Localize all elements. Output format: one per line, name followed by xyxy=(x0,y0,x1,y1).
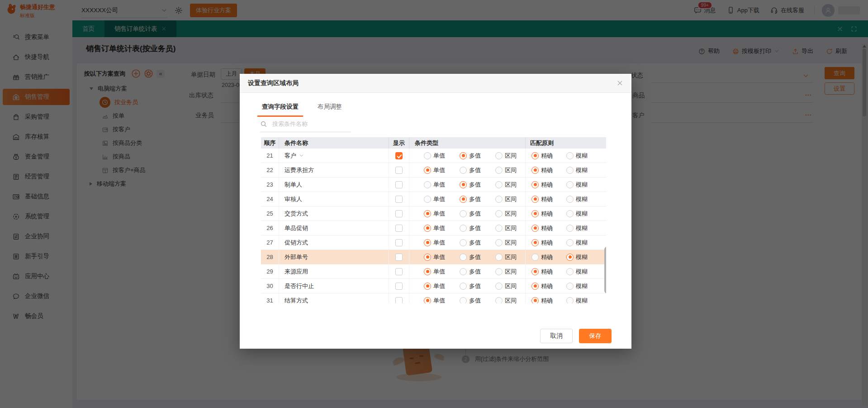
radio-icon[interactable] xyxy=(531,210,539,217)
radio-option-25-精确[interactable]: 精确 xyxy=(531,210,553,218)
radio-option-26-模糊[interactable]: 模糊 xyxy=(566,224,588,232)
radio-option-28-多值[interactable]: 多值 xyxy=(460,253,481,261)
radio-option-24-模糊[interactable]: 模糊 xyxy=(566,195,588,203)
radio-option-23-模糊[interactable]: 模糊 xyxy=(566,181,588,189)
radio-icon[interactable] xyxy=(495,239,503,246)
radio-option-27-单值[interactable]: 单值 xyxy=(424,239,445,247)
show-checkbox[interactable] xyxy=(395,152,403,159)
radio-option-30-精确[interactable]: 精确 xyxy=(531,282,553,290)
show-checkbox[interactable] xyxy=(395,297,403,304)
radio-icon[interactable] xyxy=(424,167,431,174)
radio-option-29-精确[interactable]: 精确 xyxy=(531,268,553,276)
radio-icon[interactable] xyxy=(566,167,574,174)
radio-option-21-模糊[interactable]: 模糊 xyxy=(566,152,588,160)
radio-icon[interactable] xyxy=(495,210,503,217)
radio-icon[interactable] xyxy=(495,167,503,174)
radio-option-31-单值[interactable]: 单值 xyxy=(424,297,445,304)
radio-option-29-模糊[interactable]: 模糊 xyxy=(566,268,588,276)
radio-option-29-多值[interactable]: 多值 xyxy=(460,268,481,276)
radio-icon[interactable] xyxy=(531,283,539,290)
radio-icon[interactable] xyxy=(460,167,467,174)
radio-icon[interactable] xyxy=(460,181,467,188)
radio-option-25-模糊[interactable]: 模糊 xyxy=(566,210,588,218)
cancel-button[interactable]: 取消 xyxy=(540,329,573,343)
radio-option-23-多值[interactable]: 多值 xyxy=(460,181,481,189)
radio-option-25-多值[interactable]: 多值 xyxy=(460,210,481,218)
radio-option-22-精确[interactable]: 精确 xyxy=(531,166,553,174)
show-checkbox[interactable] xyxy=(395,239,403,246)
radio-option-24-精确[interactable]: 精确 xyxy=(531,195,553,203)
radio-icon[interactable] xyxy=(566,297,574,304)
radio-option-27-模糊[interactable]: 模糊 xyxy=(566,239,588,247)
radio-option-26-多值[interactable]: 多值 xyxy=(460,224,481,232)
radio-option-23-区间[interactable]: 区间 xyxy=(495,181,517,189)
radio-option-25-区间[interactable]: 区间 xyxy=(495,210,517,218)
radio-option-28-模糊[interactable]: 模糊 xyxy=(566,253,588,261)
modal-tab-布局调整[interactable]: 布局调整 xyxy=(313,100,346,117)
radio-option-25-单值[interactable]: 单值 xyxy=(424,210,445,218)
radio-icon[interactable] xyxy=(531,297,539,304)
radio-icon[interactable] xyxy=(531,152,539,159)
radio-option-31-多值[interactable]: 多值 xyxy=(460,297,481,304)
radio-option-21-区间[interactable]: 区间 xyxy=(495,152,517,160)
radio-option-22-区间[interactable]: 区间 xyxy=(495,166,517,174)
radio-icon[interactable] xyxy=(460,196,467,203)
radio-icon[interactable] xyxy=(495,152,503,159)
radio-icon[interactable] xyxy=(424,196,431,203)
radio-icon[interactable] xyxy=(424,152,431,159)
radio-option-23-单值[interactable]: 单值 xyxy=(424,181,445,189)
radio-option-30-模糊[interactable]: 模糊 xyxy=(566,282,588,290)
radio-icon[interactable] xyxy=(424,181,431,188)
radio-icon[interactable] xyxy=(566,196,574,203)
radio-icon[interactable] xyxy=(566,268,574,275)
radio-icon[interactable] xyxy=(460,283,467,290)
radio-icon[interactable] xyxy=(566,283,574,290)
radio-icon[interactable] xyxy=(531,254,539,261)
radio-option-24-多值[interactable]: 多值 xyxy=(460,195,481,203)
show-checkbox[interactable] xyxy=(395,254,403,261)
show-checkbox[interactable] xyxy=(395,210,403,217)
radio-icon[interactable] xyxy=(424,283,431,290)
radio-option-31-精确[interactable]: 精确 xyxy=(531,297,553,304)
radio-option-21-单值[interactable]: 单值 xyxy=(424,152,445,160)
radio-icon[interactable] xyxy=(424,239,431,246)
chevron-down-icon[interactable] xyxy=(299,153,304,158)
radio-icon[interactable] xyxy=(566,152,574,159)
show-checkbox[interactable] xyxy=(395,283,403,290)
radio-icon[interactable] xyxy=(531,225,539,232)
radio-option-24-单值[interactable]: 单值 xyxy=(424,195,445,203)
radio-option-22-单值[interactable]: 单值 xyxy=(424,166,445,174)
show-checkbox[interactable] xyxy=(395,181,403,188)
radio-icon[interactable] xyxy=(424,268,431,275)
radio-icon[interactable] xyxy=(460,152,467,159)
radio-option-21-精确[interactable]: 精确 xyxy=(531,152,553,160)
radio-option-28-精确[interactable]: 精确 xyxy=(531,253,553,261)
radio-option-30-区间[interactable]: 区间 xyxy=(495,282,517,290)
radio-icon[interactable] xyxy=(460,210,467,217)
search-conditions-input[interactable] xyxy=(271,120,346,128)
modal-close-icon[interactable] xyxy=(617,80,623,86)
radio-icon[interactable] xyxy=(460,254,467,261)
radio-option-28-单值[interactable]: 单值 xyxy=(424,253,445,261)
radio-option-26-单值[interactable]: 单值 xyxy=(424,224,445,232)
show-checkbox[interactable] xyxy=(395,225,403,232)
radio-option-26-精确[interactable]: 精确 xyxy=(531,224,553,232)
show-checkbox[interactable] xyxy=(395,268,403,275)
radio-icon[interactable] xyxy=(531,196,539,203)
radio-icon[interactable] xyxy=(566,254,574,261)
radio-option-27-精确[interactable]: 精确 xyxy=(531,239,553,247)
radio-option-23-精确[interactable]: 精确 xyxy=(531,181,553,189)
radio-icon[interactable] xyxy=(566,210,574,217)
radio-option-28-区间[interactable]: 区间 xyxy=(495,253,517,261)
radio-icon[interactable] xyxy=(495,181,503,188)
modal-tab-查询字段设置[interactable]: 查询字段设置 xyxy=(257,100,303,117)
radio-icon[interactable] xyxy=(566,181,574,188)
radio-icon[interactable] xyxy=(424,297,431,304)
radio-icon[interactable] xyxy=(424,210,431,217)
show-checkbox[interactable] xyxy=(395,196,403,203)
radio-icon[interactable] xyxy=(460,297,467,304)
radio-icon[interactable] xyxy=(495,196,503,203)
show-checkbox[interactable] xyxy=(395,167,403,174)
radio-option-29-单值[interactable]: 单值 xyxy=(424,268,445,276)
radio-option-30-单值[interactable]: 单值 xyxy=(424,282,445,290)
